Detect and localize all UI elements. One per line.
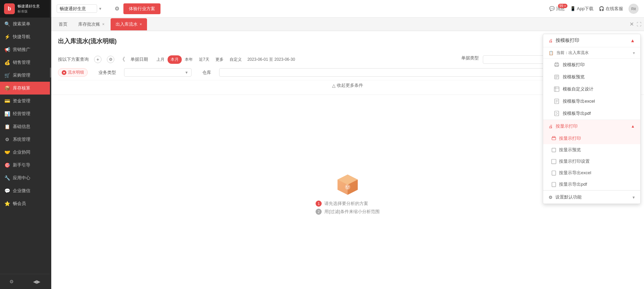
sidebar-basicinfo-label: 基础信息 <box>13 124 30 130</box>
date-btn-custom[interactable]: 自定义 <box>227 55 245 64</box>
company-dropdown-chevron[interactable]: ▾ <box>99 6 101 11</box>
dropdown-display-excel[interactable]: 按显示导出excel <box>543 167 640 179</box>
tab-stock-flow[interactable]: 出入库流水 × <box>111 18 147 30</box>
svg-point-5 <box>348 186 349 187</box>
empty-step-1: 1 请先选择要分析的方案 <box>316 201 379 207</box>
dropdown-current-label: 当前：出入库流水 <box>556 50 630 56</box>
sidebar-search-label: 搜索菜单 <box>13 21 30 27</box>
wechat-icon: 💬 <box>4 188 10 194</box>
sidebar-item-inventory[interactable]: 📦 库存核算 <box>0 82 50 95</box>
sidebar-item-basicinfo[interactable]: 📋 基础信息 <box>0 120 50 133</box>
dropdown-display-settings[interactable]: 按显示打印设置 <box>543 156 640 167</box>
display-excel-icon <box>551 170 556 176</box>
sidebar-vip-label: 畅会员 <box>13 201 26 207</box>
doc-type-label: 单据类型 <box>461 55 479 60</box>
tab-close-all-icon[interactable]: ✕ <box>630 21 634 27</box>
collapse-more-icon: △ <box>332 83 335 88</box>
sidebar-item-sales[interactable]: 💰 销售管理 <box>0 56 50 69</box>
topbar-gear-icon[interactable]: ⚙ <box>115 5 119 12</box>
display-excel-label: 按显示导出excel <box>559 170 591 176</box>
sidebar-item-search[interactable]: 🔍 搜索菜单 <box>0 18 50 30</box>
tab-maximize-icon[interactable]: ⛶ <box>637 22 641 27</box>
step-1-text: 请先选择要分析的方案 <box>324 201 368 207</box>
dropdown-display-print[interactable]: 按显示打印 <box>543 133 640 144</box>
date-btn-more[interactable]: 更多 <box>212 55 227 64</box>
app-brand-name: 畅捷通好生意 <box>18 4 40 9</box>
dropdown-footer-default[interactable]: ⚙ 设置默认功能 ▾ <box>543 190 640 204</box>
app-download-icon: 📱 <box>570 6 576 11</box>
sidebar-system-label: 系统管理 <box>13 136 30 142</box>
dropdown-display-section[interactable]: 🖨 按显示打印 ▲ <box>543 120 640 133</box>
sidebar-item-quicknav[interactable]: ⚡ 快捷导航 <box>0 30 50 43</box>
sidebar-item-vip[interactable]: ⭐ 畅会员 <box>0 197 50 210</box>
user-avatar[interactable]: Rit <box>628 4 639 14</box>
sidebar-item-finance[interactable]: 💳 资金管理 <box>0 95 50 107</box>
sidebar-item-beginner[interactable]: 🎯 新手引导 <box>0 159 50 172</box>
purchase-icon: 🛒 <box>4 72 10 78</box>
display-pdf-label: 按显示导出pdf <box>559 181 587 187</box>
message-button[interactable]: 💬 消息 99 + <box>549 6 565 12</box>
date-btn-7days[interactable]: 近7天 <box>196 55 212 64</box>
date-btn-thismonth[interactable]: 本月 <box>168 55 182 64</box>
sidebar-item-wechat[interactable]: 💬 企业微信 <box>0 184 50 197</box>
inventory-icon: 📦 <box>4 85 10 91</box>
tab-stock-flow-close[interactable]: × <box>140 22 142 27</box>
message-badge: 99 + <box>558 4 567 8</box>
dropdown-template-preview[interactable]: 按模板预览 <box>543 71 640 83</box>
display-print-icon <box>551 136 556 141</box>
sidebar-item-purchase[interactable]: 🛒 采购管理 <box>0 69 50 82</box>
template-design-label: 模板自定义设计 <box>563 86 593 92</box>
sidebar: b 畅捷通好生意 标准版 🔍 搜索菜单 ⚡ 快捷导航 📢 营销推广 💰 销售管理… <box>0 0 50 289</box>
dropdown-header[interactable]: 🖨 按模板打印 ▲ <box>543 34 640 47</box>
filter-settings-button[interactable]: ⚙ <box>107 56 114 63</box>
date-btn-lastmonth[interactable]: 上月 <box>153 55 168 64</box>
trial-btn[interactable]: 体验行业方案 <box>123 3 160 14</box>
date-btn-thisyear[interactable]: 本年 <box>182 55 196 64</box>
dropdown-template-pdf[interactable]: 按模板导出pdf <box>543 107 640 120</box>
sidebar-item-collab[interactable]: 🤝 企业协同 <box>0 146 50 159</box>
settings-bottom-button[interactable]: ⚙ <box>7 277 16 286</box>
collapse-bottom-button[interactable]: ◀▶ <box>31 277 42 286</box>
dropdown-display-preview[interactable]: 按显示预览 <box>543 144 640 156</box>
display-settings-icon <box>551 159 556 164</box>
dropdown-current-item[interactable]: 📋 当前：出入库流水 ▾ <box>543 47 640 58</box>
dropdown-current-icon: 📋 <box>549 51 554 55</box>
sidebar-item-system[interactable]: ⚙ 系统管理 <box>0 133 50 146</box>
sidebar-item-marketing[interactable]: 📢 营销推广 <box>0 43 50 56</box>
tab-inventory-batch-close[interactable]: × <box>102 22 105 27</box>
online-service-button[interactable]: 🎧 在线客服 <box>599 6 623 12</box>
sidebar-item-appcenter[interactable]: 🔧 应用中心 <box>0 172 50 184</box>
tab-inventory-batch[interactable]: 库存批次账 × <box>74 18 109 30</box>
template-design-icon <box>554 86 559 92</box>
sidebar-quicknav-label: 快捷导航 <box>13 34 30 40</box>
sidebar-scrollbar[interactable] <box>50 0 51 289</box>
sidebar-nav: 🔍 搜索菜单 ⚡ 快捷导航 📢 营销推广 💰 销售管理 🛒 采购管理 📦 库存核… <box>0 18 50 274</box>
dropdown-template-design[interactable]: 模板自定义设计 <box>543 83 640 95</box>
dropdown-display-pdf[interactable]: 按显示导出pdf <box>543 179 640 190</box>
company-name-input[interactable] <box>57 4 97 13</box>
tab-home[interactable]: 首页 <box>54 18 72 30</box>
empty-step-2: 2 用[过滤]条件来缩小分析范围 <box>316 209 379 215</box>
filter-add-button[interactable]: + <box>94 56 101 63</box>
filter-tag-liushui[interactable]: ● 流水明细 <box>58 68 88 77</box>
basicinfo-icon: 📋 <box>4 124 10 130</box>
dropdown-template-excel[interactable]: 按模板导出excel <box>543 95 640 107</box>
business-type-select[interactable]: ▾ <box>124 68 192 77</box>
dropdown-arrow-up[interactable]: ▲ <box>630 38 635 43</box>
tab-inventory-batch-label: 库存批次账 <box>78 21 100 27</box>
app-download-button[interactable]: 📱 App下载 <box>570 6 593 12</box>
svg-rect-23 <box>552 148 556 152</box>
date-filter: 上月 本月 本年 近7天 更多 自定义 2023-06-01 至 2023-06… <box>153 55 295 64</box>
display-section-title: 按显示打印 <box>556 123 628 129</box>
sidebar-item-operations[interactable]: 📊 经营管理 <box>0 107 50 120</box>
template-pdf-label: 按模板导出pdf <box>563 110 591 116</box>
topbar-brand: ▾ <box>57 4 111 13</box>
svg-rect-24 <box>552 159 556 163</box>
tab-stock-flow-label: 出入库流水 <box>116 21 138 27</box>
filter-collapse-button[interactable]: 《 <box>120 56 125 63</box>
dropdown-title: 按模板打印 <box>556 37 630 44</box>
sidebar-purchase-label: 采购管理 <box>13 72 30 78</box>
empty-icon <box>334 169 361 196</box>
display-pdf-icon <box>551 182 556 187</box>
dropdown-template-print[interactable]: 按模板打印 <box>543 59 640 71</box>
